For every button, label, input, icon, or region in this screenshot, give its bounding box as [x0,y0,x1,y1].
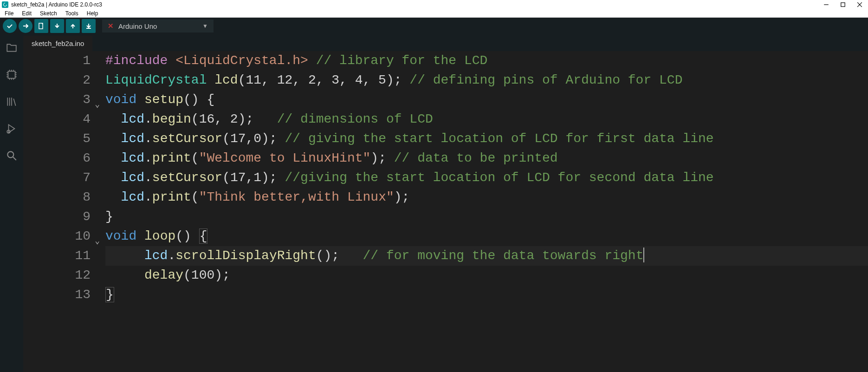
toolbar: ✕ Arduino Uno ▼ [0,18,868,34]
code-line: delay(100); [105,266,868,285]
menu-edit[interactable]: Edit [18,10,35,17]
code-line: void loop() { [105,227,868,246]
window-title: sketch_feb2a | Arduino IDE 2.0.0-rc3 [11,1,102,8]
code-line: lcd.scrollDisplayRight(); // for moving … [105,246,868,266]
library-manager-icon[interactable] [6,96,18,108]
fold-chevron-icon[interactable]: ⌄ [95,231,100,251]
editor-area: sketch_feb2a.ino 1 2 3⌄ 4 5 6 7 8 9 10⌄ … [23,34,868,372]
arduino-app-icon [2,1,8,8]
board-error-icon: ✕ [108,22,114,30]
title-bar: sketch_feb2a | Arduino IDE 2.0.0-rc3 [0,0,868,9]
fold-chevron-icon[interactable]: ⌄ [95,95,100,114]
tab-filename: sketch_feb2a.ino [32,39,84,47]
debug-icon[interactable] [6,123,18,135]
code-line: lcd.setCursor(17,0); // giving the start… [105,129,868,149]
save-sketch-button[interactable] [66,19,80,33]
line-number: 8 [23,188,91,207]
code-line: LiquidCrystal lcd(11, 12, 2, 3, 4, 5); /… [105,71,868,90]
line-number: 4 [23,110,91,129]
line-number: 3⌄ [23,90,91,110]
line-number: 13 [23,285,91,305]
search-icon[interactable] [6,150,18,162]
line-number: 6 [23,149,91,168]
explorer-icon[interactable] [6,42,18,54]
board-selector[interactable]: ✕ Arduino Uno ▼ [102,20,214,33]
line-number: 2 [23,71,91,90]
code-line: lcd.setCursor(17,1); //giving the start … [105,168,868,188]
line-number: 11 [23,246,91,266]
close-button[interactable] [857,2,862,7]
menu-bar: File Edit Sketch Tools Help [0,9,868,18]
verify-button[interactable] [3,19,17,33]
code-line: lcd.print("Think better,with Linux"); [105,188,868,207]
line-number: 7 [23,168,91,188]
upload-button[interactable] [19,19,32,33]
chevron-down-icon: ▼ [202,23,208,29]
boards-manager-icon[interactable] [6,69,18,81]
code-content[interactable]: #include <LiquidCrystal.h> // library fo… [104,51,868,372]
open-sketch-button[interactable] [50,19,64,33]
line-number: 5 [23,129,91,149]
new-sketch-button[interactable] [34,19,48,33]
line-number: 12 [23,266,91,285]
code-line: lcd.begin(16, 2); // dimensions of LCD [105,110,868,129]
code-line: void setup() { [105,90,868,110]
svg-rect-5 [8,71,15,78]
serial-monitor-button[interactable] [82,19,96,33]
window-controls [823,2,866,7]
svg-point-7 [7,151,13,157]
menu-file[interactable]: File [1,10,17,17]
line-number: 9 [23,207,91,227]
board-name: Arduino Uno [118,22,157,30]
code-line: lcd.print("Welcome to LinuxHint"); // da… [105,149,868,168]
menu-sketch[interactable]: Sketch [36,10,61,17]
editor-tabs: sketch_feb2a.ino [23,34,868,51]
line-number: 10⌄ [23,227,91,246]
code-line: } [105,285,868,305]
menu-tools[interactable]: Tools [62,10,82,17]
tab-sketch[interactable]: sketch_feb2a.ino [23,36,92,51]
code-editor[interactable]: 1 2 3⌄ 4 5 6 7 8 9 10⌄ 11 12 13 #include… [23,51,868,372]
line-number-gutter: 1 2 3⌄ 4 5 6 7 8 9 10⌄ 11 12 13 [23,51,104,372]
menu-help[interactable]: Help [83,10,102,17]
code-line: } [105,207,868,227]
line-number: 1 [23,51,91,71]
code-line: #include <LiquidCrystal.h> // library fo… [105,51,868,71]
activity-bar [0,34,23,372]
minimize-button[interactable] [823,2,829,7]
svg-rect-1 [841,3,845,7]
maximize-button[interactable] [840,2,846,7]
text-cursor [643,248,644,262]
